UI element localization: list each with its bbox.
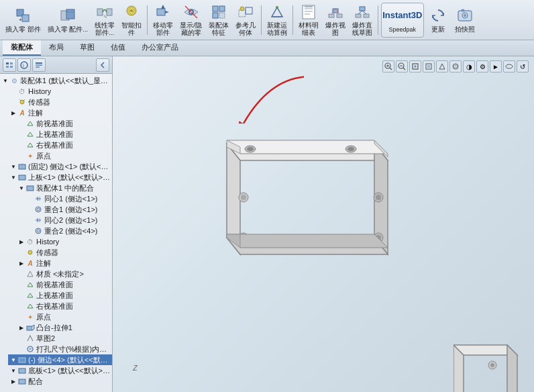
- tree-item-top-plate[interactable]: ▼ 上板<1> (默认<<默认>显示_显: [8, 172, 112, 183]
- tree-item-root[interactable]: ▼ ⚙ 装配体1 (默认<<默认_显示状态: [0, 75, 112, 86]
- tree-item-bottom-plate[interactable]: ▼ 底板<1> (默认<<默认>_显: [8, 365, 112, 376]
- tree-item-mates-in-assembly[interactable]: ▼ 装配体1 中的配合: [16, 183, 112, 193]
- svg-rect-48: [36, 62, 42, 64]
- svg-rect-17: [213, 13, 218, 18]
- tree-item-fixed-side[interactable]: ▼ (固定) 侧边<1> (默认<<默认: [8, 161, 112, 172]
- svg-rect-11: [157, 9, 165, 15]
- toolbar-explode-view-label: 爆炸视图: [325, 22, 345, 36]
- tree-item-sketch2[interactable]: 草图2: [16, 333, 112, 344]
- material-details-icon: [299, 3, 318, 21]
- show-hide-icon: [182, 3, 201, 21]
- instant3d-icon: Instant3D: [393, 7, 412, 26]
- svg-marker-60: [28, 271, 33, 277]
- assembly-features-icon: [209, 3, 228, 21]
- tab-assembly[interactable]: 装配体: [3, 40, 41, 56]
- tree-item-origin1[interactable]: ✦ 原点: [16, 150, 112, 161]
- toolbar-instant3d[interactable]: Instant3D Speedpak: [381, 3, 424, 38]
- toolbar-move-parts[interactable]: 移动零部件: [150, 3, 176, 38]
- tab-layout[interactable]: 布局: [41, 40, 72, 56]
- tree-item-top-plane2[interactable]: 上视基准面: [16, 290, 112, 301]
- svg-point-80: [506, 64, 513, 68]
- svg-rect-1: [22, 15, 29, 21]
- vp-display-style-btn[interactable]: [436, 60, 448, 72]
- toolbar-wire-config[interactable]: ∿ 线性零部件...: [92, 3, 117, 38]
- svg-rect-50: [36, 66, 40, 68]
- tab-evaluate[interactable]: 估值: [103, 40, 134, 56]
- tree-item-top-plane[interactable]: 上视基准面: [16, 129, 112, 140]
- tree-item-annotation1[interactable]: ▶ A 注解: [8, 107, 112, 118]
- svg-rect-66: [19, 379, 25, 384]
- tree-item-annotation2[interactable]: ▶ A 注解: [16, 258, 112, 268]
- tree-item-concentric2[interactable]: 重合2 (侧边<4>): [24, 226, 112, 236]
- separator2: [261, 5, 262, 35]
- svg-marker-100: [227, 234, 388, 248]
- toolbar-explode-line[interactable]: 爆炸直线草图: [350, 3, 375, 38]
- svg-rect-42: [6, 62, 9, 64]
- vp-fit-btn[interactable]: [409, 60, 421, 72]
- tree-item-boss-extrude[interactable]: ▶ 凸台-拉伸1: [16, 322, 112, 333]
- left-panel: i ▼ ⚙ 装配体1 (默认<<默认_显示状态 ⏱ History: [0, 56, 113, 392]
- explode-line-icon: [353, 3, 372, 21]
- tab-sketch[interactable]: 草图: [72, 40, 103, 56]
- vp-rotate-btn[interactable]: ↺: [517, 60, 529, 72]
- toolbar-insert-parts[interactable]: 插入零 配件...: [45, 3, 91, 38]
- vp-more-btn[interactable]: ►: [490, 60, 502, 72]
- toolbar-insert-component[interactable]: + 插入零 部件: [3, 3, 44, 38]
- tree-item-history[interactable]: ⏱ History: [8, 86, 112, 97]
- panel-icon-tree[interactable]: [3, 58, 16, 72]
- move-parts-icon: [154, 3, 172, 21]
- svg-rect-52: [19, 164, 25, 169]
- tree-item-concentric1[interactable]: 重合1 (侧边<1>): [24, 204, 112, 215]
- vp-section-btn[interactable]: ◑: [463, 60, 475, 72]
- vp-hide-show-btn[interactable]: [449, 60, 462, 72]
- vp-view-orient-btn[interactable]: [423, 60, 435, 72]
- panel-collapse-btn[interactable]: [96, 58, 109, 72]
- feature-tree[interactable]: ▼ ⚙ 装配体1 (默认<<默认_显示状态 ⏱ History 传感器 ▶ A …: [0, 74, 112, 392]
- svg-line-37: [362, 11, 366, 14]
- svg-line-72: [403, 68, 405, 70]
- vp-view-setting-btn[interactable]: ⚙: [476, 60, 488, 72]
- svg-text:∿: ∿: [103, 14, 107, 19]
- toolbar-explode-view[interactable]: 爆炸视图: [323, 3, 348, 38]
- tree-item-hole[interactable]: 打孔尺寸(%根据)内六角圆: [16, 344, 112, 354]
- tree-item-mates[interactable]: ▶ 配合: [8, 376, 112, 387]
- toolbar-insert-parts-label: 插入零 配件...: [48, 26, 89, 33]
- tree-item-front-plane2[interactable]: 前视基准面: [16, 279, 112, 290]
- tab-office-product[interactable]: 办公室产品: [134, 40, 186, 56]
- tree-item-coincident2[interactable]: 同心2 (侧边<1>): [24, 215, 112, 226]
- viewport[interactable]: ◑ ⚙ ► ↺: [113, 56, 534, 392]
- viewport-toolbar: ◑ ⚙ ► ↺: [382, 60, 529, 72]
- toolbar-update[interactable]: 更新: [425, 3, 451, 38]
- svg-rect-18: [219, 13, 225, 18]
- toolbar-assembly-features[interactable]: 装配体特征: [206, 3, 231, 38]
- vp-zoom-in-btn[interactable]: [382, 60, 394, 72]
- separator1: [147, 5, 148, 35]
- panel-icon-config[interactable]: [32, 58, 46, 72]
- tree-item-right-plane2[interactable]: 右视基准面: [16, 301, 112, 311]
- vp-3d-heads-up-btn[interactable]: [503, 60, 515, 72]
- smart-parts-icon: [122, 3, 141, 21]
- toolbar-smart-parts[interactable]: 智能扣件: [119, 3, 144, 38]
- tree-item-side4[interactable]: ▼ (-) 侧边<4> (默认<<默认>...: [8, 354, 112, 365]
- tree-item-coincident1[interactable]: 同心1 (侧边<1>): [24, 193, 112, 204]
- tree-item-right-plane[interactable]: 右视基准面: [16, 140, 112, 150]
- svg-rect-43: [10, 62, 13, 64]
- tree-item-sensor2[interactable]: 传感器: [16, 247, 112, 258]
- vp-zoom-out-btn[interactable]: [396, 60, 408, 72]
- svg-rect-7: [107, 9, 112, 15]
- menu-bar: 装配体 布局 草图 估值 办公室产品: [0, 40, 534, 56]
- tree-item-sensor[interactable]: 传感器: [8, 97, 112, 107]
- tree-item-history2[interactable]: ▶ ⏱ History: [16, 236, 112, 247]
- tree-item-front-plane[interactable]: 前视基准面: [16, 118, 112, 129]
- toolbar-material-details[interactable]: 材料明细表: [296, 3, 321, 38]
- panel-icon-property[interactable]: i: [17, 58, 31, 72]
- toolbar-new-motion[interactable]: 新建运动算例: [264, 3, 290, 38]
- toolbar-screenshot[interactable]: 拍快照: [452, 3, 478, 38]
- svg-rect-20: [246, 7, 252, 14]
- svg-marker-105: [507, 345, 517, 392]
- tree-item-material[interactable]: 材质 <未指定>: [16, 268, 112, 279]
- toolbar-reference-geometry[interactable]: 参考几何体: [233, 3, 258, 38]
- toolbar-show-hide[interactable]: 显示/隐藏的零: [177, 3, 205, 38]
- svg-point-89: [247, 147, 254, 151]
- tree-item-origin2[interactable]: ✦ 原点: [16, 311, 112, 322]
